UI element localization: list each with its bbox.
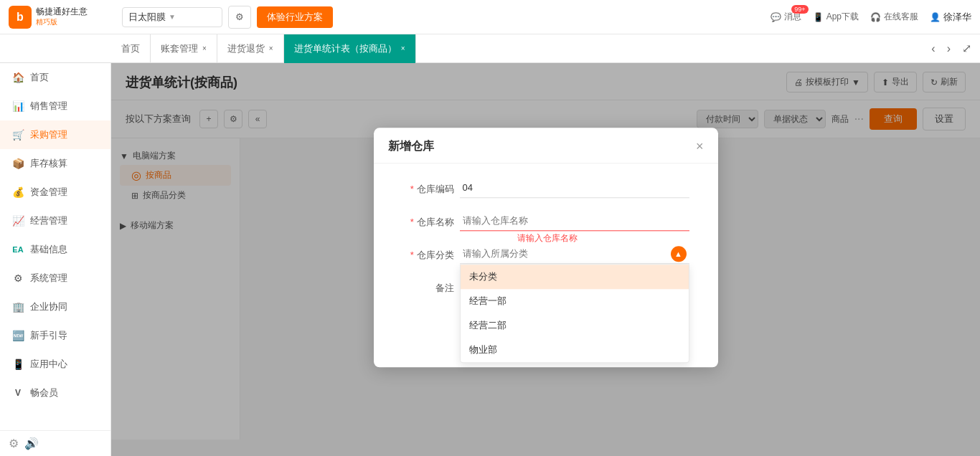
sound-icon[interactable]: 🔊 (24, 437, 39, 450)
main-layout: 🏠 首页 📊 销售管理 🛒 采购管理 📦 库存核算 💰 资金管理 📈 经营管理 … (0, 63, 980, 456)
sidebar-label-apps: 应用中心 (30, 358, 67, 371)
header-right: 💬 消息 99+ 📱 App下载 🎧 在线客服 👤 徐泽华 (771, 11, 971, 24)
notification-action[interactable]: 💬 消息 99+ (771, 11, 801, 23)
notification-badge: 99+ (791, 5, 808, 14)
operations-icon: 📈 (11, 214, 24, 227)
logo-icon: b (9, 6, 32, 29)
name-error-tip: 请输入仓库名称 (517, 232, 578, 244)
sidebar-item-inventory[interactable]: 📦 库存核算 (0, 149, 110, 178)
name-label: * 仓库名称 (402, 211, 460, 229)
sidebar-label-inventory: 库存核算 (30, 157, 67, 170)
name-required-mark: * (410, 217, 414, 227)
dropdown-item-ops2[interactable]: 经营二部 (461, 313, 689, 338)
user-icon: 👤 (930, 12, 941, 22)
note-label: 备注 (402, 277, 460, 295)
sidebar-item-member[interactable]: V 畅会员 (0, 379, 110, 407)
dropdown-item-ops1[interactable]: 经营一部 (461, 289, 689, 313)
settings-icon[interactable]: ⚙ (228, 6, 251, 29)
sidebar-item-finance[interactable]: 💰 资金管理 (0, 178, 110, 206)
tab-home-label: 首页 (121, 42, 140, 55)
modal-body: * 仓库编码 * 仓库名称 请输入仓库名称 (374, 163, 718, 327)
sidebar-item-system[interactable]: ⚙ 系统管理 (0, 264, 110, 293)
store-name: 日太阳膜 (128, 11, 166, 24)
sidebar-label-purchase: 采购管理 (30, 128, 67, 141)
category-label: * 仓库分类 (402, 244, 460, 262)
settings-bottom-icon[interactable]: ⚙ (9, 437, 19, 450)
app-name: 畅捷通好生意 (36, 6, 88, 18)
sidebar-item-operations[interactable]: 📈 经营管理 (0, 206, 110, 235)
tab-next-icon[interactable]: › (944, 39, 953, 58)
new-warehouse-modal: 新增仓库 × * 仓库编码 * 仓库名称 (374, 128, 718, 367)
member-icon: V (11, 386, 24, 399)
purchase-icon: 🛒 (11, 128, 24, 141)
sidebar-label-sales: 销售管理 (30, 100, 67, 113)
category-select-wrapper: ▲ 未分类 经营一部 经营二部 物业部 (460, 244, 689, 264)
modal-title: 新增仓库 (388, 139, 434, 154)
tab-returns-label: 进货退货 (227, 42, 265, 55)
trial-button[interactable]: 体验行业方案 (257, 6, 333, 28)
modal-close-button[interactable]: × (696, 139, 704, 154)
tab-prev-icon[interactable]: ‹ (928, 39, 938, 58)
corp-icon: 🏢 (11, 300, 24, 313)
category-input[interactable] (460, 244, 689, 264)
tab-returns[interactable]: 进货退货 × (217, 34, 284, 63)
sidebar-item-basic[interactable]: EA 基础信息 (0, 235, 110, 264)
sidebar-label-basic: 基础信息 (30, 243, 67, 256)
dropdown-arrow-icon: ▼ (169, 13, 176, 21)
sidebar-label-operations: 经营管理 (30, 214, 67, 227)
tab-accounts[interactable]: 账套管理 × (151, 34, 217, 63)
message-icon: 💬 (771, 12, 781, 22)
app-download-label: App下载 (826, 11, 859, 23)
app-sub: 精巧版 (36, 17, 88, 27)
guide-icon: 🆕 (11, 329, 24, 342)
sidebar-item-corp[interactable]: 🏢 企业协同 (0, 293, 110, 321)
code-input[interactable] (460, 178, 689, 198)
form-row-code: * 仓库编码 (402, 178, 689, 198)
category-required-mark: * (410, 250, 414, 260)
required-mark: * (410, 184, 414, 194)
logo-text-block: 畅捷通好生意 精巧版 (36, 6, 88, 28)
system-icon: ⚙ (11, 272, 24, 285)
tab-accounts-label: 账套管理 (161, 42, 198, 55)
dropdown-item-unclassified[interactable]: 未分类 (461, 265, 689, 289)
user-action[interactable]: 👤 徐泽华 (930, 11, 971, 24)
sidebar-item-home[interactable]: 🏠 首页 (0, 63, 110, 92)
sidebar-label-system: 系统管理 (30, 272, 67, 285)
form-row-name: * 仓库名称 请输入仓库名称 (402, 211, 689, 231)
sidebar-item-purchase[interactable]: 🛒 采购管理 (0, 120, 110, 149)
sidebar-label-corp: 企业协同 (30, 300, 67, 313)
sidebar-label-member: 畅会员 (30, 386, 58, 399)
category-dropdown-list: 未分类 经营一部 经营二部 物业部 (460, 264, 689, 363)
headset-icon: 🎧 (870, 12, 881, 22)
customer-service-action[interactable]: 🎧 在线客服 (870, 11, 918, 23)
home-icon: 🏠 (11, 71, 24, 84)
sales-icon: 📊 (11, 100, 24, 113)
code-label: * 仓库编码 (402, 178, 460, 196)
name-field-wrapper: 请输入仓库名称 (460, 211, 689, 231)
tab-accounts-close-icon[interactable]: × (202, 44, 207, 52)
sidebar: 🏠 首页 📊 销售管理 🛒 采购管理 📦 库存核算 💰 资金管理 📈 经营管理 … (0, 63, 111, 456)
sidebar-label-home: 首页 (30, 71, 49, 84)
customer-service-label: 在线客服 (884, 11, 918, 23)
user-name: 徐泽华 (943, 11, 971, 24)
tab-stats-close-icon[interactable]: × (401, 44, 405, 52)
sidebar-bottom: ⚙ 🔊 (0, 430, 110, 456)
basic-icon: EA (11, 243, 24, 256)
sidebar-item-guide[interactable]: 🆕 新手引导 (0, 321, 110, 350)
name-input[interactable] (460, 211, 689, 231)
tab-home[interactable]: 首页 (111, 34, 151, 63)
modal-header: 新增仓库 × (374, 128, 718, 163)
dropdown-item-property[interactable]: 物业部 (461, 338, 689, 362)
top-header: b 畅捷通好生意 精巧版 日太阳膜 ▼ ⚙ 体验行业方案 💬 消息 99+ 📱 … (0, 0, 980, 34)
sidebar-item-apps[interactable]: 📱 应用中心 (0, 350, 110, 379)
tab-bar: 首页 账套管理 × 进货退货 × 进货单统计表（按商品） × ‹ › ⤢ (0, 34, 980, 63)
app-download-action[interactable]: 📱 App下载 (813, 11, 859, 23)
finance-icon: 💰 (11, 186, 24, 199)
sidebar-item-sales[interactable]: 📊 销售管理 (0, 92, 110, 120)
form-row-category: * 仓库分类 ▲ 未分类 经营一部 经营二部 物业部 (402, 244, 689, 264)
tab-stats[interactable]: 进货单统计表（按商品） × (284, 34, 416, 63)
store-selector[interactable]: 日太阳膜 ▼ (122, 7, 222, 27)
category-dropdown-toggle[interactable]: ▲ (671, 246, 687, 262)
tab-expand-icon[interactable]: ⤢ (959, 39, 974, 58)
tab-returns-close-icon[interactable]: × (269, 44, 273, 52)
